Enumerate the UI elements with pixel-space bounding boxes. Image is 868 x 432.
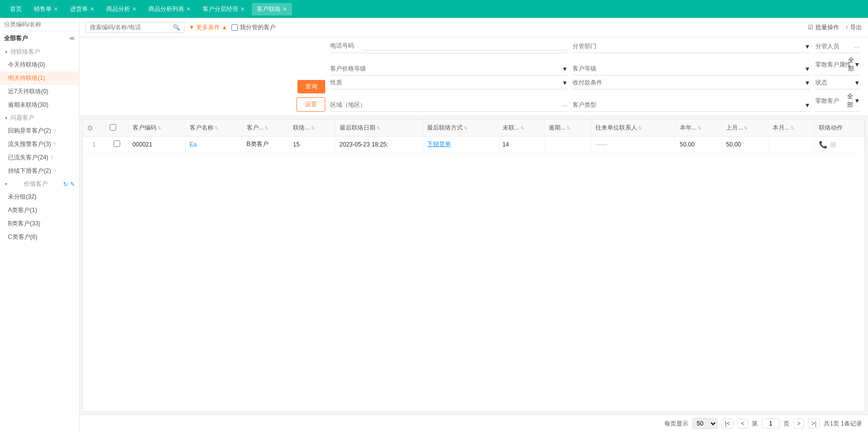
nav-item-purchase[interactable]: 进货单 ✕ (65, 3, 99, 15)
filter-scatter2-select[interactable]: 全部 ▼ (847, 92, 860, 109)
row-checkbox[interactable] (114, 141, 120, 147)
col-contact[interactable]: 联络...⇅ (289, 120, 336, 137)
nav-item-analysis[interactable]: 商品分析 ✕ (101, 3, 142, 15)
col-last-date[interactable]: 最后联络日期⇅ (335, 120, 423, 137)
filter-scatter[interactable]: 零散客户 全部 ▼ (815, 92, 860, 112)
filter-nature-select[interactable]: ▼ (362, 79, 568, 86)
col-overdue[interactable]: 逾期...⇅ (545, 120, 591, 137)
filter-type-select[interactable]: ▼ (604, 102, 810, 109)
col-uncontacted[interactable]: 未联...⇅ (498, 120, 545, 137)
filter-nature[interactable]: 性质 ▼ (330, 78, 568, 89)
col-last-month[interactable]: 上月...⇅ (722, 120, 769, 137)
my-customers-checkbox-wrap[interactable]: 我分管的客户 (231, 23, 276, 32)
chevron-down-icon-8: ▼ (804, 102, 810, 109)
filter-phone-input[interactable] (362, 41, 568, 51)
nav-close-customer-tier[interactable]: ✕ (240, 6, 245, 12)
sidebar-search-input[interactable] (4, 21, 78, 28)
sidebar-item-week[interactable]: 近7天待联络(0) (0, 85, 79, 98)
value-refresh-icon[interactable]: ↻ (63, 181, 68, 188)
main-search-icon[interactable]: 🔍 (173, 24, 180, 31)
sidebar-item-declining[interactable]: 持续下滑客户(2) ? (0, 164, 79, 178)
nav-item-sales[interactable]: 销售单 ✕ (29, 3, 63, 15)
my-customers-checkbox[interactable] (231, 24, 238, 31)
sidebar-item-a-class[interactable]: A类客户(1) (0, 204, 79, 217)
cell-name[interactable]: Ea (185, 137, 242, 152)
export-button[interactable]: ↑ 导出 (845, 23, 862, 32)
col-last-method[interactable]: 最后联络方式⇅ (423, 120, 498, 137)
col-this-year[interactable]: 本年...⇅ (675, 120, 722, 137)
main-search-input[interactable] (90, 24, 171, 31)
filter-customer-level[interactable]: 客户等级 ▼ (573, 65, 810, 75)
sidebar-item-today[interactable]: 今天待联络(0) (0, 58, 79, 72)
page-number-input[interactable] (762, 419, 780, 429)
nav-close-analysis-list[interactable]: ✕ (186, 6, 191, 12)
filter-manager-dots[interactable]: ··· (854, 43, 860, 51)
sidebar-item-overdue[interactable]: 逾期未联络(30) (0, 98, 79, 112)
last-page-button[interactable]: >| (808, 419, 820, 429)
filter-price-level[interactable]: 客户价格等级 ▼ (330, 65, 568, 75)
nav-label-sales: 销售单 (34, 5, 52, 13)
action-grid-icon[interactable]: ⊞ (830, 141, 836, 148)
col-gear[interactable]: ⚙ (83, 120, 105, 137)
filter-actions: 查询 设置 (87, 80, 325, 112)
setting-button[interactable]: 设置 (296, 97, 325, 112)
nav-close-sales[interactable]: ✕ (54, 6, 58, 12)
filter-customer-type[interactable]: 客户类型 ▼ (573, 101, 810, 112)
col-this-month[interactable]: 本月...⇅ (768, 120, 815, 137)
help-icon-repurchase[interactable]: ? (53, 128, 56, 134)
col-contact2[interactable]: 往来单位联系人⇅ (591, 120, 675, 137)
chevron-down-icon-3: ▼ (804, 66, 810, 72)
filter-level-select[interactable]: ▼ (604, 66, 810, 72)
sidebar-group-pending[interactable]: 待联络客户 (0, 46, 79, 58)
sidebar-item-ungroup[interactable]: 未分组(32) (0, 190, 79, 204)
filter-scatter-attr[interactable]: 零散客户属性 全部 ▼ (815, 56, 860, 75)
per-page-select[interactable]: 50 100 200 (692, 418, 718, 429)
filter-dept-select[interactable]: ▼ (604, 43, 810, 50)
sidebar-all-customers[interactable]: 全部客户 ≪ (0, 31, 79, 46)
sidebar-item-tomorrow[interactable]: 明天待联络(1) (0, 72, 79, 85)
nav-close-customer-contact[interactable]: ✕ (283, 6, 287, 12)
cell-checkbox[interactable] (105, 137, 128, 152)
sidebar-item-churned[interactable]: 已流失客户(24) ? (0, 151, 79, 164)
col-name[interactable]: 客户名称⇅ (185, 120, 242, 137)
nav-close-analysis[interactable]: ✕ (132, 6, 137, 12)
nav-item-analysis-list[interactable]: 商品分析列表 ✕ (144, 3, 196, 15)
nav-item-customer-contact[interactable]: 客户联络 ✕ (252, 3, 292, 15)
query-button[interactable]: 查询 (297, 80, 325, 93)
help-icon-churning[interactable]: ? (53, 142, 56, 147)
nav-close-purchase[interactable]: ✕ (90, 6, 94, 12)
sidebar-item-repurchase[interactable]: 回购异常客户(2) ? (0, 124, 79, 138)
col-type[interactable]: 客户...⇅ (242, 120, 289, 137)
filter-scatter-select[interactable]: 全部 ▼ (848, 56, 860, 73)
filter-payment[interactable]: 收付款条件 ▼ (573, 78, 810, 89)
help-icon-churned[interactable]: ? (50, 155, 53, 161)
cell-last-method[interactable]: 下销货单 (423, 137, 498, 152)
first-page-button[interactable]: |< (722, 419, 733, 429)
sidebar-item-c-class[interactable]: C类客户(6) (0, 230, 79, 244)
filter-price-select[interactable]: ▼ (368, 66, 568, 72)
select-all-checkbox[interactable] (110, 124, 116, 131)
next-page-button[interactable]: > (794, 419, 804, 429)
sidebar-item-churning[interactable]: 流失预警客户(3) ? (0, 138, 79, 151)
col-checkbox[interactable] (105, 120, 128, 137)
filter-status[interactable]: 状态 ▼ (815, 78, 860, 89)
more-filter-label: 更多条件 (196, 23, 220, 32)
batch-operate-button[interactable]: ☑ 批量操作 (808, 23, 839, 32)
sidebar-group-value[interactable]: 价值客户 ↻ ✎ (0, 178, 79, 190)
nav-item-home[interactable]: 首页 (5, 3, 27, 15)
col-code[interactable]: 客户编码⇅ (128, 120, 185, 137)
sidebar-item-b-class[interactable]: B类客户(33) (0, 217, 79, 230)
more-filter-button[interactable]: ▼ 更多条件 ▲ (189, 23, 227, 32)
total-records-label: 共1页 1条记录 (824, 420, 862, 428)
nav-item-customer-tier[interactable]: 客户分层经营 ✕ (198, 3, 250, 15)
value-edit-icon[interactable]: ✎ (70, 181, 75, 188)
filter-status-select[interactable]: ▼ (847, 79, 860, 86)
action-phone-icon[interactable]: 📞 (819, 141, 827, 148)
help-icon-declining[interactable]: ? (53, 168, 56, 174)
filter-dept[interactable]: 分管部门 ▼ (573, 42, 810, 53)
sidebar-group-problem[interactable]: 问题客户 (0, 112, 79, 124)
last-method-link[interactable]: 下销货单 (427, 141, 451, 147)
prev-page-button[interactable]: < (737, 419, 748, 429)
filter-region-dots[interactable]: ··· (562, 101, 568, 109)
filter-payment-select[interactable]: ▼ (604, 79, 810, 86)
